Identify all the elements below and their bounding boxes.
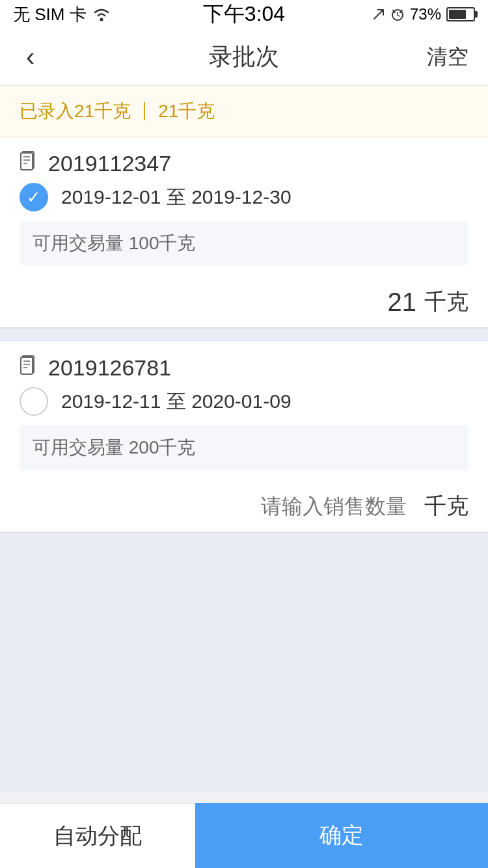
battery-text: 73% (410, 5, 441, 23)
empty-area (0, 533, 488, 793)
carrier-text: 无 SIM 卡 (13, 3, 87, 26)
batch-1-date-row[interactable]: ✓ 2019-12-01 至 2019-12-30 (20, 183, 468, 211)
batch-1-item: 2019112347 ✓ 2019-12-01 至 2019-12-30 可用交… (0, 137, 488, 266)
batch-1-section: 2019112347 ✓ 2019-12-01 至 2019-12-30 可用交… (0, 137, 488, 329)
batch-1-icon (20, 150, 40, 176)
batch-2-icon (20, 355, 40, 381)
batch-2-date: 2019-12-11 至 2020-01-09 (61, 388, 291, 415)
batch-2-id: 2019126781 (48, 355, 171, 381)
nav-bar: ‹ 录批次 清空 (0, 29, 488, 86)
confirm-button[interactable]: 确定 (195, 803, 488, 868)
status-bar: 无 SIM 卡 下午3:04 73% (0, 0, 488, 29)
bottom-bar: 自动分配 确定 (0, 803, 488, 868)
summary-banner: 已录入21千克 21千克 (0, 86, 488, 137)
batch-2-radio[interactable] (20, 387, 48, 416)
clear-button[interactable]: 清空 (427, 43, 468, 72)
svg-point-0 (100, 18, 103, 21)
back-button[interactable]: ‹ (20, 36, 41, 78)
batch-1-unit: 千克 (424, 287, 468, 317)
status-right: 73% (372, 5, 475, 23)
location-icon (372, 8, 385, 21)
summary-recorded: 已录入21千克 (20, 99, 131, 124)
wifi-icon (92, 7, 111, 21)
svg-rect-3 (21, 153, 33, 170)
alarm-icon (390, 7, 405, 21)
document-icon (20, 150, 40, 171)
batch-1-quantity: 21 (388, 288, 417, 317)
status-left: 无 SIM 卡 (13, 3, 111, 26)
batch-2-item: 2019126781 2019-12-11 至 2020-01-09 可用交易量… (0, 342, 488, 470)
document-icon-2 (20, 355, 40, 375)
batch-2-available: 可用交易量 200千克 (20, 425, 468, 470)
status-time: 下午3:04 (203, 0, 285, 29)
batch-2-section: 2019126781 2019-12-11 至 2020-01-09 可用交易量… (0, 342, 488, 533)
batch-2-date-row[interactable]: 2019-12-11 至 2020-01-09 (20, 387, 468, 416)
page-title: 录批次 (209, 41, 279, 73)
batch-1-qty-row: 21 千克 (0, 277, 488, 329)
batch-2-qty-input[interactable] (221, 495, 416, 519)
auto-distribute-button[interactable]: 自动分配 (0, 803, 195, 868)
batch-1-available: 可用交易量 100千克 (20, 221, 468, 266)
summary-total: 21千克 (158, 99, 215, 124)
battery-icon (446, 7, 475, 21)
section-separator-1 (0, 329, 488, 342)
summary-divider (144, 102, 145, 120)
batch-1-date: 2019-12-01 至 2019-12-30 (61, 184, 291, 211)
batch-2-header: 2019126781 (20, 355, 468, 381)
batch-1-id: 2019112347 (48, 151, 171, 176)
batch-1-header: 2019112347 (20, 150, 468, 176)
svg-rect-8 (21, 357, 33, 374)
batch-2-qty-row[interactable]: 千克 (0, 481, 488, 533)
batch-1-check-icon: ✓ (27, 187, 41, 208)
batch-1-radio[interactable]: ✓ (20, 183, 48, 211)
batch-2-unit: 千克 (424, 491, 468, 521)
battery-fill (449, 10, 466, 19)
